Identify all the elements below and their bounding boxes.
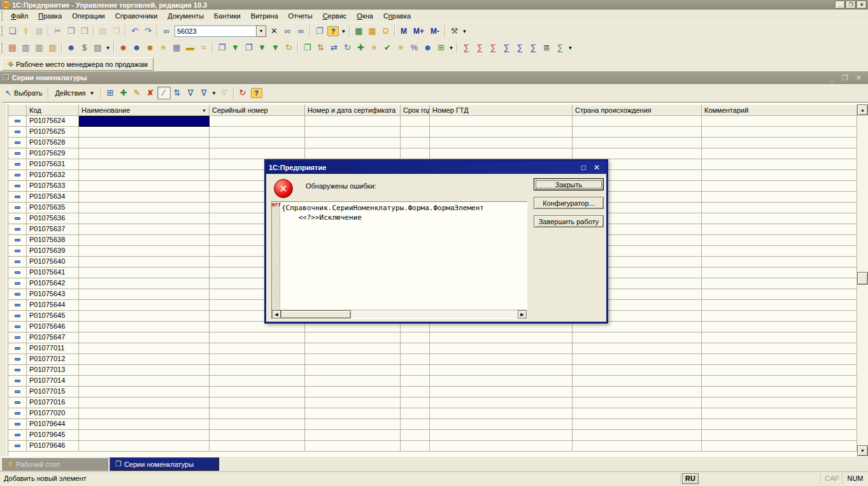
- scrollbar-thumb[interactable]: [857, 272, 868, 285]
- cell-Страна происхождения[interactable]: [573, 138, 702, 148]
- cell-Номер ГТД[interactable]: [430, 127, 573, 138]
- cell-Код[interactable]: P01077015: [27, 387, 79, 397]
- cell-Наименование[interactable]: [79, 376, 210, 387]
- doc-refresh-icon[interactable]: ↻: [341, 41, 354, 54]
- cell-Страна происхождения[interactable]: [573, 419, 702, 430]
- cell-Наименование[interactable]: [79, 419, 210, 430]
- cell-Код[interactable]: P01077011: [27, 343, 79, 354]
- refresh-icon[interactable]: ↻: [236, 87, 250, 99]
- cell-Комментарий[interactable]: [702, 419, 857, 430]
- cell-Наименование[interactable]: [79, 213, 210, 224]
- deletion-mark-toggle-icon[interactable]: ∕: [157, 87, 171, 99]
- cell-Наименование[interactable]: [79, 203, 210, 213]
- cell-Наименование[interactable]: [79, 397, 210, 408]
- cell-Наименование[interactable]: [79, 278, 210, 289]
- doc-approve-icon[interactable]: ✔: [381, 41, 394, 54]
- menu-item-Справочники[interactable]: Справочники: [110, 10, 163, 22]
- cell-Наименование[interactable]: [79, 268, 210, 278]
- redo-icon[interactable]: ↷: [141, 25, 155, 38]
- cell-Страна происхождения[interactable]: [573, 441, 702, 452]
- new-document-icon[interactable]: ❏: [6, 25, 19, 38]
- menu-item-Отчеты[interactable]: Отчеты: [283, 10, 318, 22]
- cell-Номер ГТД[interactable]: [430, 343, 573, 354]
- cell-Страна происхождения[interactable]: [573, 430, 702, 441]
- configurator-button[interactable]: Конфигуратор...: [534, 197, 604, 209]
- cell-Комментарий[interactable]: [702, 224, 857, 235]
- cell-Комментарий[interactable]: [702, 148, 857, 159]
- cell-Срок годнос...[interactable]: [401, 354, 430, 365]
- money-icon[interactable]: ▬: [183, 41, 197, 54]
- cell-Номер ГТД[interactable]: [430, 354, 573, 365]
- window-tab-Серии номенклатуры[interactable]: ❒Серии номенклатуры: [110, 457, 219, 471]
- menu-item-Витрина[interactable]: Витрина: [246, 10, 283, 22]
- cell-Комментарий[interactable]: [702, 441, 857, 452]
- restore-button[interactable]: ❐: [846, 1, 856, 9]
- cell-Срок годнос...[interactable]: [401, 376, 430, 387]
- scroll-up-icon[interactable]: ▲: [857, 104, 868, 115]
- sum-cube-1-icon[interactable]: ∑: [500, 41, 513, 54]
- cell-Серийный номер[interactable]: [210, 387, 305, 397]
- column-header-Номер ГТД[interactable]: Номер ГТД: [430, 104, 573, 116]
- horizontal-scrollbar[interactable]: ◀ ▶: [272, 310, 527, 318]
- cell-Наименование[interactable]: [79, 181, 210, 192]
- cell-Серийный номер[interactable]: [210, 116, 305, 127]
- cell-Комментарий[interactable]: [702, 387, 857, 397]
- sum-cube-3-icon[interactable]: ∑: [527, 41, 540, 54]
- copy-icon[interactable]: ❐: [64, 25, 78, 38]
- toolbar-grip[interactable]: [1, 26, 3, 36]
- error-text-panel[interactable]: err {Справочник.СерииНоменклатуры.Форма.…: [271, 201, 527, 319]
- goods-receipt-icon[interactable]: ▼: [255, 41, 269, 54]
- table-row[interactable]: P01075629: [8, 148, 857, 159]
- cell-Комментарий[interactable]: [702, 408, 857, 419]
- sort-indicator-icon[interactable]: ▼: [202, 108, 206, 113]
- cell-Номер ГТД[interactable]: [430, 376, 573, 387]
- memory-button-M+[interactable]: M+: [410, 27, 427, 36]
- cell-Код[interactable]: P01075645: [27, 311, 79, 322]
- cell-Код[interactable]: P01075635: [27, 203, 79, 213]
- series-close-button[interactable]: ✕: [852, 74, 865, 82]
- table-row[interactable]: P01077015: [8, 387, 857, 397]
- cell-Комментарий[interactable]: [702, 170, 857, 181]
- cell-Наименование[interactable]: [79, 354, 210, 365]
- find-icon[interactable]: ∞: [160, 25, 173, 38]
- sort-interval-icon[interactable]: ⇅: [171, 87, 184, 99]
- cut-icon[interactable]: ✂: [51, 25, 64, 38]
- cell-Наименование[interactable]: [79, 170, 210, 181]
- filter-by-value-icon[interactable]: ∇: [197, 87, 211, 99]
- clipboard-window-icon[interactable]: ❐: [313, 25, 326, 38]
- table-row[interactable]: P01077012: [8, 354, 857, 365]
- menu-item-Сервис[interactable]: Сервис: [318, 10, 352, 22]
- catalog-cabinet-icon[interactable]: ▤: [6, 41, 19, 54]
- cell-Код[interactable]: P01079644: [27, 419, 79, 430]
- cell-Номер ГТД[interactable]: [430, 365, 573, 376]
- about-1c-icon[interactable]: ?: [327, 26, 339, 36]
- column-header-Комментарий[interactable]: Комментарий: [702, 104, 857, 116]
- cell-Код[interactable]: P01075632: [27, 170, 79, 181]
- cell-Комментарий[interactable]: [702, 181, 857, 192]
- series-minimize-button[interactable]: _: [827, 74, 838, 82]
- cell-Код[interactable]: P01075624: [27, 116, 79, 127]
- sum-check-icon[interactable]: ∑: [553, 41, 567, 54]
- table-row[interactable]: P01077020: [8, 408, 857, 419]
- scroll-right-icon[interactable]: ▶: [518, 310, 527, 318]
- cell-Страна происхождения[interactable]: [573, 343, 702, 354]
- temporary-lock-icon[interactable]: Ω: [379, 25, 392, 38]
- toolbar-grip-2[interactable]: [1, 43, 3, 53]
- supplier-cart-icon[interactable]: ☻: [143, 41, 157, 54]
- menu-item-Бантики[interactable]: Бантики: [209, 10, 246, 22]
- menu-item-Правка[interactable]: Правка: [33, 10, 67, 22]
- cell-Комментарий[interactable]: [702, 127, 857, 138]
- cell-Код[interactable]: P01075633: [27, 181, 79, 192]
- cell-Наименование[interactable]: [79, 289, 210, 300]
- add-copy-icon[interactable]: ✚: [117, 87, 131, 99]
- menu-item-Документы[interactable]: Документы: [162, 10, 209, 22]
- table-row[interactable]: P01075624: [8, 116, 857, 127]
- cell-Срок годнос...[interactable]: [401, 397, 430, 408]
- chevron-down-icon[interactable]: ▼: [448, 45, 455, 51]
- column-header-Наименование[interactable]: Наименование▼: [79, 104, 210, 116]
- cell-Серийный номер[interactable]: [210, 332, 305, 343]
- cell-Наименование[interactable]: [79, 408, 210, 419]
- cell-Серийный номер[interactable]: [210, 138, 305, 148]
- tree-structure-icon[interactable]: ⊞: [434, 41, 448, 54]
- close-error-button[interactable]: Закрыть: [534, 178, 604, 190]
